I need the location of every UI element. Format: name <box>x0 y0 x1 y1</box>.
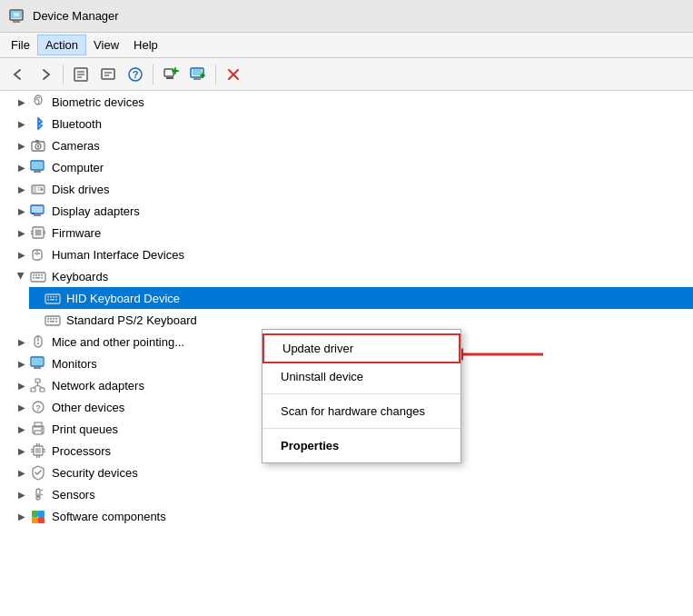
chevron-hid: ▶ <box>15 247 29 262</box>
ctx-scan-hardware[interactable]: Scan for hardware changes <box>262 398 460 424</box>
chevron-firmware: ▶ <box>15 225 29 240</box>
svg-rect-49 <box>33 274 35 276</box>
svg-line-103 <box>41 490 43 491</box>
ctx-uninstall-device[interactable]: Uninstall device <box>262 363 460 390</box>
tree-item-biometric[interactable]: ▶ Biometric devices <box>15 91 693 113</box>
remove-button[interactable] <box>221 62 246 87</box>
svg-rect-17 <box>193 78 201 80</box>
print-label: Print queues <box>52 422 118 436</box>
processors-label: Processors <box>52 444 111 458</box>
tree-item-security[interactable]: ▶ Security devices <box>15 462 693 483</box>
svg-rect-13 <box>164 69 173 76</box>
svg-rect-55 <box>41 277 43 279</box>
chevron-monitors: ▶ <box>15 356 29 371</box>
keyboards-label: Keyboards <box>52 270 108 283</box>
svg-point-47 <box>38 253 40 254</box>
tree-item-cameras[interactable]: ▶ Cameras <box>15 134 693 156</box>
tree-item-disk[interactable]: ▶ Disk drives <box>15 178 693 200</box>
svg-rect-66 <box>50 318 52 320</box>
cameras-icon <box>29 136 47 154</box>
software-label: Software components <box>52 510 166 523</box>
properties-list-button[interactable] <box>68 62 94 87</box>
tree-item-display[interactable]: ▶ Display adapters <box>15 200 693 222</box>
security-icon <box>29 463 47 482</box>
menu-action[interactable]: Action <box>37 35 86 55</box>
svg-rect-40 <box>31 231 33 233</box>
svg-rect-94 <box>43 449 45 450</box>
svg-point-24 <box>37 145 39 147</box>
svg-rect-69 <box>47 321 49 323</box>
svg-rect-52 <box>41 274 43 276</box>
hid-keyboard-icon <box>44 289 62 307</box>
tree-item-hid-keyboard[interactable]: ▶ HID Keyboard Device <box>29 287 693 309</box>
svg-rect-107 <box>32 517 38 523</box>
tree-item-software[interactable]: ▶ Software components <box>15 505 693 527</box>
svg-rect-53 <box>33 277 35 279</box>
back-button[interactable] <box>5 62 31 87</box>
chevron-computer: ▶ <box>15 160 29 174</box>
help-button[interactable]: ? <box>123 62 148 87</box>
forward-button[interactable] <box>33 62 58 87</box>
disk-label: Disk drives <box>52 183 110 196</box>
chevron-security: ▶ <box>15 465 29 480</box>
disk-icon <box>29 180 47 198</box>
menu-file[interactable]: File <box>4 35 37 55</box>
app-icon <box>9 8 25 25</box>
tree-item-keyboards[interactable]: ▶ Keyboards <box>15 265 693 287</box>
tree-item-hid[interactable]: ▶ Human Interface Devices <box>15 243 693 265</box>
keyboards-icon <box>29 267 47 285</box>
tree-item-ps2-keyboard[interactable]: ▶ Standard PS/2 Keyboard <box>29 309 693 331</box>
svg-rect-27 <box>34 171 41 173</box>
computer-icon <box>29 158 47 176</box>
svg-rect-105 <box>32 511 38 517</box>
hid-keyboard-label: HID Keyboard Device <box>66 292 180 305</box>
ctx-update-driver[interactable]: Update driver <box>262 333 460 363</box>
tree-item-computer[interactable]: ▶ Computer <box>15 156 693 178</box>
svg-rect-63 <box>55 299 57 301</box>
chevron-software: ▶ <box>15 509 29 523</box>
svg-rect-1 <box>13 21 20 23</box>
svg-rect-80 <box>40 388 45 392</box>
svg-rect-57 <box>47 296 49 298</box>
sensors-icon <box>29 485 47 503</box>
monitor-button[interactable] <box>185 62 211 87</box>
svg-rect-42 <box>44 231 45 233</box>
device-details-button[interactable] <box>95 62 121 87</box>
chevron-other: ▶ <box>15 400 29 414</box>
svg-rect-91 <box>35 448 41 453</box>
svg-rect-16 <box>193 69 202 75</box>
ps2-keyboard-icon <box>44 311 62 329</box>
bluetooth-label: Bluetooth <box>52 117 102 131</box>
toolbar: ? <box>0 58 693 91</box>
ps2-keyboard-label: Standard PS/2 Keyboard <box>66 313 197 327</box>
processors-icon <box>29 442 47 460</box>
svg-line-104 <box>41 494 43 495</box>
mice-label: Mice and other pointing... <box>52 335 184 349</box>
scan-button[interactable] <box>158 62 183 87</box>
svg-rect-93 <box>31 452 34 452</box>
svg-rect-8 <box>102 69 114 79</box>
chevron-network: ▶ <box>15 378 29 392</box>
chevron-keyboards: ▶ <box>15 269 29 283</box>
svg-rect-61 <box>47 299 49 301</box>
svg-rect-92 <box>31 449 34 450</box>
svg-rect-68 <box>55 318 57 320</box>
cameras-label: Cameras <box>52 139 100 153</box>
biometric-icon <box>29 93 47 111</box>
window-title: Device Manager <box>33 9 119 23</box>
firmware-icon <box>29 224 47 242</box>
svg-rect-26 <box>32 162 43 169</box>
svg-point-89 <box>41 428 43 430</box>
biometric-label: Biometric devices <box>52 95 144 109</box>
device-tree: ▶ Biometric devices ▶ Bluetooth ▶ <box>0 91 693 616</box>
menu-help[interactable]: Help <box>126 35 165 55</box>
tree-item-sensors[interactable]: ▶ Sensors <box>15 483 693 505</box>
chevron-mice: ▶ <box>15 334 29 349</box>
tree-item-bluetooth[interactable]: ▶ Bluetooth <box>15 113 693 134</box>
menu-view[interactable]: View <box>86 35 126 55</box>
svg-rect-99 <box>39 455 40 458</box>
ctx-properties[interactable]: Properties <box>262 432 460 459</box>
svg-rect-23 <box>35 140 39 143</box>
svg-rect-59 <box>53 296 54 298</box>
tree-item-firmware[interactable]: ▶ Firmware <box>15 222 693 243</box>
